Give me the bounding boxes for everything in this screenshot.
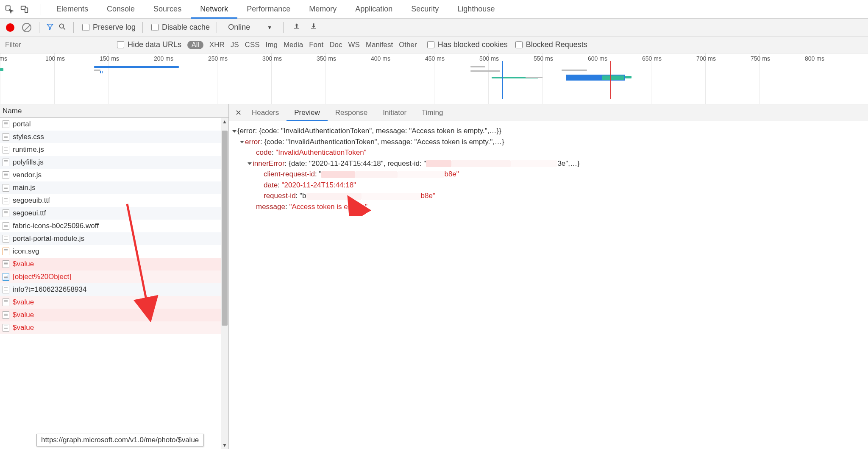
filter-xhr[interactable]: XHR xyxy=(209,41,225,49)
tab-headers[interactable]: Headers xyxy=(244,104,287,121)
request-row[interactable]: portal xyxy=(0,118,228,131)
request-row[interactable]: $value xyxy=(0,258,228,271)
blocked-requests-checkbox[interactable]: Blocked Requests xyxy=(515,40,587,49)
request-list-panel: Name portalstyles.cssruntime.jspolyfills… xyxy=(0,104,229,449)
request-row[interactable]: icon.svg xyxy=(0,245,228,258)
request-name: polyfills.js xyxy=(13,158,44,167)
import-har-icon[interactable] xyxy=(290,22,303,32)
request-name: fabric-icons-b0c25096.woff xyxy=(13,222,99,230)
file-icon xyxy=(3,171,9,179)
request-row[interactable]: segoeui.ttf xyxy=(0,207,228,220)
request-row[interactable]: $value xyxy=(0,296,228,309)
file-icon xyxy=(3,133,9,141)
file-icon xyxy=(3,273,9,281)
request-name: [object%20Object] xyxy=(13,273,71,281)
request-name: runtime.js xyxy=(13,145,44,154)
tab-lighthouse[interactable]: Lighthouse xyxy=(448,0,504,19)
tab-elements[interactable]: Elements xyxy=(47,0,97,19)
preserve-log-checkbox[interactable]: Preserve log xyxy=(82,23,136,32)
tab-performance[interactable]: Performance xyxy=(237,0,300,19)
filter-js[interactable]: JS xyxy=(231,41,239,49)
tab-timing[interactable]: Timing xyxy=(414,104,451,121)
svg-point-3 xyxy=(59,24,64,28)
filter-css[interactable]: CSS xyxy=(245,41,260,49)
svg-rect-2 xyxy=(25,8,28,12)
network-toolbar: Preserve log Disable cache Online▼ xyxy=(0,19,868,36)
request-name: main.js xyxy=(13,184,36,192)
request-row[interactable]: polyfills.js xyxy=(0,156,228,169)
record-button[interactable] xyxy=(6,23,14,32)
request-row[interactable]: [object%20Object] xyxy=(0,271,228,283)
svg-rect-5 xyxy=(311,28,316,29)
tab-security[interactable]: Security xyxy=(402,0,448,19)
filter-doc[interactable]: Doc xyxy=(329,41,342,49)
request-name: $value xyxy=(13,260,34,268)
request-name: vendor.js xyxy=(13,171,42,179)
file-icon xyxy=(3,159,9,166)
main-toolbar: Elements Console Sources Network Perform… xyxy=(0,0,868,19)
request-row[interactable]: runtime.js xyxy=(0,143,228,156)
request-name: segoeui.ttf xyxy=(13,209,46,218)
request-row[interactable]: main.js xyxy=(0,181,228,194)
request-name: segoeuib.ttf xyxy=(13,196,50,205)
url-tooltip: https://graph.microsoft.com/v1.0/me/phot… xyxy=(36,434,203,446)
tab-sources[interactable]: Sources xyxy=(144,0,191,19)
file-icon xyxy=(3,311,9,319)
file-icon xyxy=(3,222,9,230)
file-icon xyxy=(3,324,9,332)
tab-preview[interactable]: Preview xyxy=(287,104,327,121)
file-icon xyxy=(3,248,9,255)
file-icon xyxy=(3,209,9,217)
file-icon xyxy=(3,146,9,153)
clear-icon[interactable] xyxy=(22,23,31,32)
request-row[interactable]: info?t=1606232658934 xyxy=(0,283,228,296)
search-icon[interactable] xyxy=(58,22,67,33)
svg-rect-4 xyxy=(294,28,299,29)
filter-ws[interactable]: WS xyxy=(348,41,360,49)
filter-manifest[interactable]: Manifest xyxy=(366,41,393,49)
request-row[interactable]: styles.css xyxy=(0,131,228,143)
request-row[interactable]: portal-portal-module.js xyxy=(0,232,228,245)
throttling-select[interactable]: Online▼ xyxy=(224,23,276,32)
request-name: $value xyxy=(13,311,34,319)
file-icon xyxy=(3,286,9,293)
hide-data-urls-checkbox[interactable]: Hide data URLs xyxy=(117,40,181,49)
tab-application[interactable]: Application xyxy=(346,0,402,19)
request-row[interactable]: $value xyxy=(0,309,228,321)
request-name: $value xyxy=(13,324,34,332)
filter-img[interactable]: Img xyxy=(266,41,278,49)
tab-memory[interactable]: Memory xyxy=(300,0,346,19)
file-icon xyxy=(3,298,9,306)
blocked-cookies-checkbox[interactable]: Has blocked cookies xyxy=(427,40,508,49)
filter-bar: Hide data URLs All XHR JS CSS Img Media … xyxy=(0,36,868,53)
request-name: icon.svg xyxy=(13,247,39,256)
response-preview[interactable]: {error: {code: "InvalidAuthenticationTok… xyxy=(229,121,868,216)
tab-response[interactable]: Response xyxy=(328,104,376,121)
request-row[interactable]: segoeuib.ttf xyxy=(0,194,228,207)
device-toggle-icon[interactable] xyxy=(19,4,30,14)
tab-initiator[interactable]: Initiator xyxy=(375,104,414,121)
filter-other[interactable]: Other xyxy=(399,41,417,49)
request-row[interactable]: $value xyxy=(0,321,228,334)
scrollbar[interactable]: ▲ ▼ xyxy=(221,118,228,449)
file-icon xyxy=(3,260,9,268)
inspect-icon[interactable] xyxy=(4,4,14,14)
request-row[interactable]: vendor.js xyxy=(0,169,228,181)
filter-font[interactable]: Font xyxy=(309,41,323,49)
tab-console[interactable]: Console xyxy=(97,0,144,19)
export-har-icon[interactable] xyxy=(307,22,320,32)
request-row[interactable]: fabric-icons-b0c25096.woff xyxy=(0,220,228,232)
main-split: Name portalstyles.cssruntime.jspolyfills… xyxy=(0,104,868,449)
name-column-header[interactable]: Name xyxy=(0,104,228,118)
filter-all[interactable]: All xyxy=(187,41,203,49)
close-icon[interactable]: ✕ xyxy=(232,108,244,117)
filter-media[interactable]: Media xyxy=(284,41,303,49)
file-icon xyxy=(3,235,9,243)
disable-cache-checkbox[interactable]: Disable cache xyxy=(151,23,210,32)
waterfall-timeline[interactable]: 50 ms100 ms150 ms200 ms250 ms300 ms350 m… xyxy=(0,53,868,104)
filter-toggle-icon[interactable] xyxy=(46,23,54,32)
file-icon xyxy=(3,120,9,128)
filter-input[interactable] xyxy=(3,39,109,51)
request-name: portal xyxy=(13,120,31,128)
tab-network[interactable]: Network xyxy=(191,0,237,19)
